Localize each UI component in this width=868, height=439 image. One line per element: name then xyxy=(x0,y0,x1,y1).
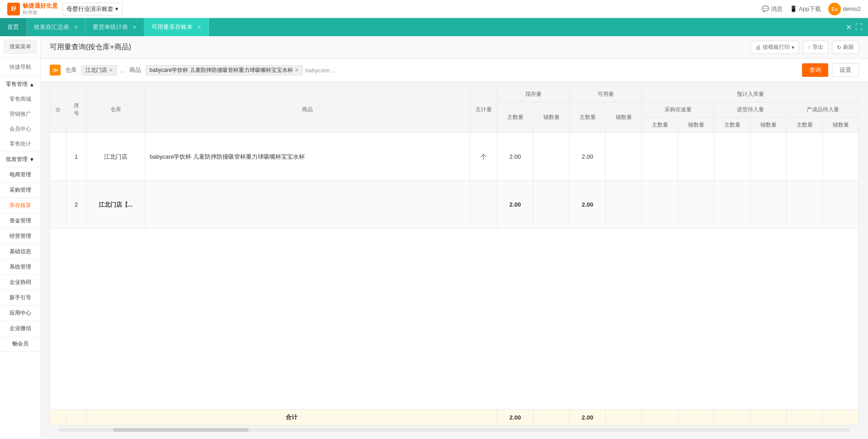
column-incoming-aux-header: 辅数量 xyxy=(750,118,787,133)
sidebar-section-ecommerce: 电商管理 xyxy=(0,167,40,183)
chevron-up-icon: ▲ xyxy=(29,81,35,88)
user-menu[interactable]: Ea demo2 xyxy=(828,3,861,15)
search-menu-button[interactable]: 搜索菜单 xyxy=(4,40,37,54)
data-table: ⚙ 序号 仓库 商品 主计量 现存量 可用量 预计入库量 主数量 辅数量 主数量 xyxy=(50,86,859,425)
tab-receipt-close[interactable]: ✕ xyxy=(74,24,78,30)
logo-subtext: 标准版 xyxy=(23,9,58,15)
query-button[interactable]: 查询 xyxy=(802,63,828,77)
column-no-header: 序号 xyxy=(66,87,86,133)
sidebar-section-operation-title[interactable]: 经营管理 xyxy=(0,229,40,244)
bottom-scrollbar-area xyxy=(50,425,859,434)
row1-incoming-aux xyxy=(750,133,787,181)
sidebar-section-enterprise: 企业协同 xyxy=(0,275,40,290)
column-current-stock-header: 现存量 xyxy=(497,87,570,102)
row2-product-aux xyxy=(823,181,859,229)
row1-product-aux xyxy=(823,133,859,181)
row2-incoming-main xyxy=(714,181,750,229)
tab-expand-button[interactable]: ⛶ xyxy=(855,23,863,31)
total-purchase-aux xyxy=(678,410,714,425)
message-button[interactable]: 💬 消息 xyxy=(762,5,783,13)
column-available-aux-header: 辅数量 xyxy=(606,102,642,133)
sidebar-section-appstore-title[interactable]: 应用中心 xyxy=(0,306,40,321)
sidebar-item-retail-store[interactable]: 零售商城 xyxy=(0,92,40,107)
row1-purchase-aux xyxy=(678,133,714,181)
print-template-button[interactable]: 🖨 按模板打印 ▾ xyxy=(750,41,799,54)
settings-button[interactable]: 设置 xyxy=(832,63,859,77)
sidebar-section-retail-title[interactable]: 零售管理 ▲ xyxy=(0,77,40,92)
row2-goods xyxy=(145,181,470,229)
total-product-main xyxy=(787,410,823,425)
total-incoming-main xyxy=(714,410,750,425)
column-incoming-pending-header: 进货待入量 xyxy=(714,102,787,118)
export-button[interactable]: ↑ 导出 xyxy=(803,41,828,54)
column-warehouse-header: 仓库 xyxy=(86,87,145,133)
column-settings-icon[interactable]: ⚙ xyxy=(50,87,66,133)
row2-available-aux xyxy=(606,181,642,229)
row2-available-main: 2.00 xyxy=(570,181,606,229)
avatar: Ea xyxy=(828,3,841,15)
sidebar-section-operation: 经营管理 xyxy=(0,229,40,244)
sidebar-item-member-center[interactable]: 会员中心 xyxy=(0,122,40,137)
tab-close-all-button[interactable]: ✕ xyxy=(846,23,852,32)
tab-order-stats[interactable]: 要货单统计表 ✕ xyxy=(85,18,144,36)
sidebar-section-basic: 基础信息 xyxy=(0,244,40,260)
tab-available-label: 可用量库存账本 xyxy=(151,23,193,31)
tab-order-close[interactable]: ✕ xyxy=(132,24,137,30)
filter-actions: 查询 设置 xyxy=(802,63,859,77)
sidebar-section-ecommerce-title[interactable]: 电商管理 xyxy=(0,167,40,182)
tab-order-label: 要货单统计表 xyxy=(93,23,128,31)
sidebar-section-basic-title[interactable]: 基础信息 xyxy=(0,244,40,259)
sidebar-section-member-title[interactable]: 畅会员 xyxy=(0,336,40,351)
top-bar: 好 畅捷通好生意 标准版 母婴行业演示账套 ▾ 💬 消息 📱 App下载 Ea … xyxy=(0,0,868,18)
page-title: 可用量查询(按仓库+商品) xyxy=(50,42,131,52)
sidebar-section-member: 畅会员 xyxy=(0,336,40,352)
message-icon: 💬 xyxy=(762,5,769,12)
column-planned-in-header: 预计入库量 xyxy=(642,87,859,102)
row2-no: 2 xyxy=(66,181,86,229)
row2-product-main xyxy=(787,181,823,229)
row1-goods: babycare学饮杯 儿童防摔防撞吸管杯重力球吸嘴杯宝宝水杯 xyxy=(145,133,470,181)
filter-toggle-button[interactable]: ≫ xyxy=(50,65,61,76)
row1-available-aux xyxy=(606,133,642,181)
sidebar-item-marketing[interactable]: 营销推广 xyxy=(0,107,40,122)
sidebar-section-wholesale-title[interactable]: 批发管理 ▼ xyxy=(0,152,40,167)
sidebar-section-retail: 零售管理 ▲ 零售商城 营销推广 会员中心 零售统计 xyxy=(0,77,40,152)
tab-available-close[interactable]: ✕ xyxy=(197,24,201,30)
table-row: 2 江北门店【... 2.00 2.00 xyxy=(50,181,859,229)
warehouse-filter-dots[interactable]: ... xyxy=(120,67,125,74)
export-icon: ↑ xyxy=(808,44,811,51)
refresh-button[interactable]: ↻ 刷新 xyxy=(832,41,859,54)
app-download-button[interactable]: 📱 App下载 xyxy=(790,5,821,13)
column-purchase-onway-header: 采购在途量 xyxy=(642,102,714,118)
goods-filter-dots[interactable]: babycare… xyxy=(306,67,335,74)
column-incoming-main-header: 主数量 xyxy=(714,118,750,133)
warehouse-filter-tag[interactable]: 江北门店 ✕ xyxy=(81,65,117,76)
tab-available-inventory[interactable]: 可用量库存账本 ✕ xyxy=(144,18,209,36)
page-header: 可用量查询(按仓库+商品) 🖨 按模板打印 ▾ ↑ 导出 ↻ 刷新 xyxy=(41,36,868,59)
total-current-main: 2.00 xyxy=(497,410,533,425)
column-product-pending-header: 产成品待入量 xyxy=(787,102,859,118)
sidebar: 搜索菜单 快捷导航 零售管理 ▲ 零售商城 营销推广 会员中心 零售统计 批发管… xyxy=(0,36,41,439)
sidebar-section-newbie-title[interactable]: 新手引导 xyxy=(0,290,40,305)
scrollbar-thumb[interactable] xyxy=(113,428,249,432)
sidebar-section-enterprise-title[interactable]: 企业协同 xyxy=(0,275,40,290)
goods-tag-close[interactable]: ✕ xyxy=(295,67,299,73)
goods-filter-label: 商品 xyxy=(129,66,141,74)
row1-product-main xyxy=(787,133,823,181)
scrollbar-track[interactable] xyxy=(59,428,850,432)
tab-receipt-summary[interactable]: 收发存汇总表 ✕ xyxy=(27,18,85,36)
sidebar-section-finance-title[interactable]: 资金管理 xyxy=(0,213,40,228)
warehouse-filter-group: 江北门店 ✕ ... xyxy=(81,65,125,76)
sidebar-section-inventory-title[interactable]: 库存核算 xyxy=(0,198,40,213)
tab-home[interactable]: 首页 xyxy=(0,18,27,36)
total-purchase-main xyxy=(642,410,678,425)
sidebar-section-purchase-title[interactable]: 采购管理 xyxy=(0,183,40,198)
sidebar-item-retail-stats[interactable]: 零售统计 xyxy=(0,137,40,151)
sidebar-item-quick-nav[interactable]: 快捷导航 xyxy=(0,60,40,75)
sidebar-section-wecom-title[interactable]: 企业微信 xyxy=(0,321,40,336)
goods-filter-tag[interactable]: babycare学饮杯 儿童防摔防撞吸管杯重力球吸嘴杯宝宝水杯 ✕ xyxy=(146,65,303,76)
warehouse-tag-close[interactable]: ✕ xyxy=(109,67,113,73)
company-selector[interactable]: 母婴行业演示账套 ▾ xyxy=(62,3,123,15)
column-current-main-header: 主数量 xyxy=(497,102,533,133)
sidebar-section-system-title[interactable]: 系统管理 xyxy=(0,260,40,274)
